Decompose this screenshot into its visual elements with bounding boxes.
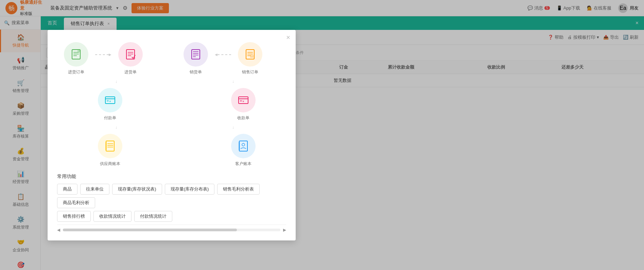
arrow-down-purchase: ↓ (104, 79, 128, 84)
scroll-track (63, 229, 280, 231)
func-btn-stock-dist[interactable]: 现存量(库存分布表) (165, 184, 215, 195)
flow-row-arrows2: ↓ ↓ (57, 125, 286, 130)
svg-rect-27 (106, 141, 114, 151)
quick-nav-popup: × 进货订单 ▶ (48, 30, 296, 240)
func-btn-payment-stats[interactable]: 付款情况统计 (134, 211, 172, 222)
func-btn-sales-rank[interactable]: 销售排行榜 (57, 211, 91, 222)
func-btn-receipt-stats[interactable]: 收款情况统计 (93, 211, 132, 222)
svg-rect-9 (192, 50, 200, 59)
sales-order-node[interactable]: 销售订单 (238, 42, 262, 75)
svg-rect-21 (107, 100, 109, 102)
supplier-ledger-node[interactable]: 供应商账本 (98, 134, 122, 167)
payment-bill-node[interactable]: ¥ 付款单 (98, 88, 122, 121)
func-btn-product[interactable]: 商品 (57, 184, 77, 195)
arrow-down-sales: ↓ (221, 79, 245, 84)
purchase-bill-node[interactable]: 进货单 (118, 42, 143, 75)
svg-marker-4 (77, 50, 80, 52)
scroll-thumb (63, 229, 237, 231)
popup-close-button[interactable]: × (286, 34, 290, 41)
receipt-bill-icon: ¥ (231, 88, 256, 112)
arrow-down-payment: ↓ (104, 125, 128, 130)
scroll-right-arrow[interactable]: ▶ (283, 228, 286, 232)
flow-row-arrows: ↓ ↓ (57, 79, 286, 84)
svg-rect-28 (105, 142, 107, 150)
popup-scrollbar: ◀ ▶ (57, 224, 286, 232)
flow-row-2: ¥ 付款单 ¥ 收款单 (57, 84, 286, 125)
purchase-order-icon (64, 42, 88, 67)
svg-rect-18 (250, 55, 254, 58)
func-btn-stock-status[interactable]: 现存量(库存状况表) (112, 184, 162, 195)
payment-bill-icon: ¥ (98, 88, 122, 112)
scroll-left-arrow[interactable]: ◀ (57, 228, 60, 232)
customer-ledger-icon (231, 134, 256, 158)
common-funcs-title: 常用功能 (57, 174, 286, 180)
purchase-bill-icon (118, 42, 143, 67)
svg-text:¥: ¥ (242, 100, 244, 103)
supplier-ledger-icon (98, 134, 122, 158)
svg-point-34 (242, 143, 245, 146)
sales-order-icon (238, 42, 262, 67)
svg-rect-25 (240, 100, 242, 102)
customer-ledger-node[interactable]: 客户账本 (231, 134, 256, 167)
func-buttons-row2: 销售排行榜 收款情况统计 付款情况统计 (57, 211, 286, 222)
arrow-right-1: ▶ (95, 53, 111, 65)
flow-row-1: 进货订单 ▶ 进货单 (57, 38, 286, 79)
flow-diagram: 进货订单 ▶ 进货单 (57, 38, 286, 171)
func-btn-product-profit[interactable]: 商品毛利分析 (57, 197, 95, 208)
sales-bill-node[interactable]: 销货单 (184, 42, 208, 75)
svg-rect-33 (239, 142, 240, 150)
arrow-down-receipt: ↓ (221, 125, 245, 130)
func-btn-partner[interactable]: 往来单位 (80, 184, 109, 195)
common-funcs: 常用功能 商品 往来单位 现存量(库存状况表) 现存量(库存分布表) 销售毛利分… (57, 174, 286, 222)
receipt-bill-node[interactable]: ¥ 收款单 (231, 88, 256, 121)
arrow-left-1: ◀ (215, 53, 231, 65)
flow-row-3: 供应商账本 客户账本 (57, 130, 286, 171)
app-container: 畅 畅康通好生意 标准版 装备及固定资产辅助管理系统 ▾ ⚙ 体验行业方案 💬 … (0, 0, 644, 270)
purchase-order-node[interactable]: 进货订单 (64, 42, 88, 75)
func-buttons-row1: 商品 往来单位 现存量(库存状况表) 现存量(库存分布表) 销售毛利分析表 商品… (57, 184, 286, 208)
func-btn-sales-profit[interactable]: 销售毛利分析表 (217, 184, 260, 195)
svg-text:¥: ¥ (109, 100, 111, 103)
sales-bill-icon (184, 42, 208, 67)
